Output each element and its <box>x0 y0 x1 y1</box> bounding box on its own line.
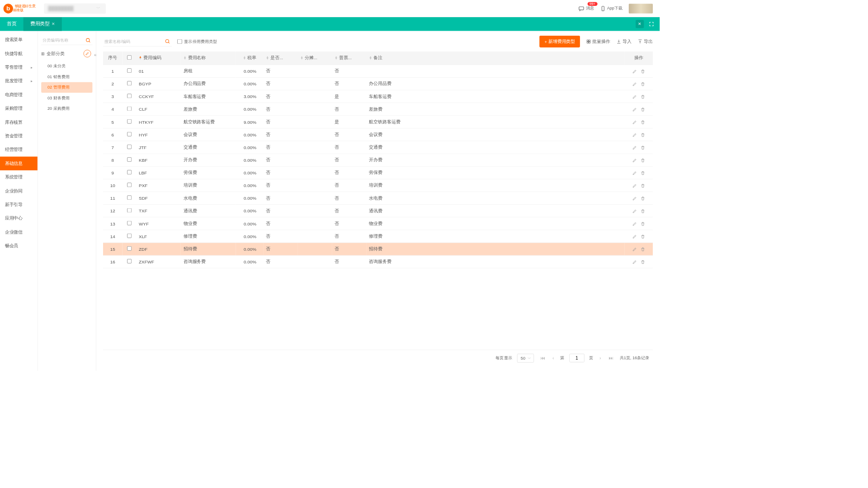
row-checkbox[interactable] <box>127 157 132 162</box>
delete-row-button[interactable] <box>641 107 646 112</box>
col-code[interactable]: ▲▼费用编码 <box>136 52 181 65</box>
table-row[interactable]: 101房租0.00%否否 <box>103 65 653 77</box>
category-item-0[interactable]: 00 未分类 <box>41 61 92 72</box>
delete-row-button[interactable] <box>641 132 646 137</box>
show-disabled-input[interactable] <box>177 39 182 44</box>
avatar[interactable] <box>629 4 653 13</box>
edit-row-button[interactable] <box>632 234 637 239</box>
delete-row-button[interactable] <box>641 196 646 201</box>
edit-row-button[interactable] <box>632 208 637 214</box>
cell-checkbox[interactable] <box>123 128 136 141</box>
first-page-button[interactable]: ⏮ <box>539 355 547 361</box>
cell-checkbox[interactable] <box>123 230 136 243</box>
col-checkbox[interactable] <box>123 52 136 65</box>
cell-checkbox[interactable] <box>123 255 136 268</box>
page-size-select[interactable]: 50 ﹀ <box>517 353 534 362</box>
row-checkbox[interactable] <box>127 221 132 225</box>
delete-row-button[interactable] <box>641 94 646 99</box>
edit-row-button[interactable] <box>632 157 637 163</box>
edit-row-button[interactable] <box>632 68 637 74</box>
edit-row-button[interactable] <box>632 81 637 87</box>
close-icon[interactable]: ✕ <box>52 22 55 27</box>
row-checkbox[interactable] <box>127 119 132 124</box>
row-checkbox[interactable] <box>127 94 132 98</box>
category-item-1[interactable]: 01 销售费用 <box>41 71 92 82</box>
row-checkbox[interactable] <box>127 208 132 213</box>
row-checkbox[interactable] <box>127 170 132 174</box>
table-row[interactable]: 11SDF水电费0.00%否否水电费 <box>103 192 653 204</box>
sidebar-item-5[interactable]: 采购管理 <box>0 102 38 115</box>
col-isx[interactable]: ▲▼是否... <box>263 52 297 65</box>
cell-checkbox[interactable] <box>123 65 136 77</box>
table-row[interactable]: 8KBF开办费0.00%否否开办费 <box>103 154 653 166</box>
delete-row-button[interactable] <box>641 246 646 252</box>
edit-row-button[interactable] <box>632 107 637 112</box>
edit-row-button[interactable] <box>632 94 637 99</box>
cell-checkbox[interactable] <box>123 90 136 103</box>
all-categories-label[interactable]: 全部分类 <box>47 51 65 57</box>
edit-categories-button[interactable] <box>84 50 91 57</box>
cell-checkbox[interactable] <box>123 192 136 204</box>
search-icon[interactable] <box>165 38 170 45</box>
import-button[interactable]: 导入 <box>616 38 631 45</box>
table-row[interactable]: 4CLF差旅费0.00%否否差旅费 <box>103 103 653 116</box>
table-row[interactable]: 3CCKYF车船客运费3.00%否是车船客运费 <box>103 90 653 103</box>
cell-checkbox[interactable] <box>123 166 136 179</box>
delete-row-button[interactable] <box>641 145 646 150</box>
col-allot[interactable]: ▲▼分摊... <box>297 52 332 65</box>
category-item-4[interactable]: 20 采购费用 <box>41 103 92 114</box>
sidebar-item-12[interactable]: 新手引导 <box>0 198 38 211</box>
delete-row-button[interactable] <box>641 234 646 239</box>
cell-checkbox[interactable] <box>123 217 136 230</box>
edit-row-button[interactable] <box>632 196 637 201</box>
table-row[interactable]: 15ZDF招待费0.00%否否招待费 <box>103 243 653 255</box>
cell-checkbox[interactable] <box>123 205 136 217</box>
sidebar-item-3[interactable]: 批发管理▸ <box>0 74 38 88</box>
select-all-checkbox[interactable] <box>127 55 132 60</box>
col-seq[interactable]: 序号 <box>103 52 123 65</box>
tab-home[interactable]: 首页 <box>0 17 24 31</box>
row-checkbox[interactable] <box>127 195 132 200</box>
search-input[interactable] <box>103 37 172 47</box>
row-checkbox[interactable] <box>127 81 132 85</box>
org-selector[interactable]: ████████ ﹀ <box>44 3 106 14</box>
messages-button[interactable]: 消息 99+ <box>578 5 594 12</box>
sidebar-item-11[interactable]: 企业协同 <box>0 184 38 197</box>
sidebar-item-2[interactable]: 零售管理▸ <box>0 61 38 74</box>
edit-row-button[interactable] <box>632 132 637 137</box>
table-row[interactable]: 2BGYP办公用品费0.00%否否办公用品费 <box>103 77 653 90</box>
row-checkbox[interactable] <box>127 246 132 251</box>
table-row[interactable]: 6HYF会议费0.00%否否会议费 <box>103 128 653 141</box>
table-row[interactable]: 10PXF培训费0.00%否否培训费 <box>103 179 653 192</box>
page-input[interactable] <box>569 354 584 362</box>
table-row[interactable]: 9LBF劳保费0.00%否否劳保费 <box>103 166 653 179</box>
delete-row-button[interactable] <box>641 81 646 87</box>
delete-row-button[interactable] <box>641 157 646 163</box>
edit-row-button[interactable] <box>632 145 637 150</box>
sidebar-item-13[interactable]: 应用中心 <box>0 211 38 225</box>
cell-checkbox[interactable] <box>123 243 136 255</box>
collapse-panel-button[interactable]: « <box>94 52 97 58</box>
row-checkbox[interactable] <box>127 145 132 149</box>
delete-row-button[interactable] <box>641 119 646 125</box>
sidebar-item-14[interactable]: 企业微信 <box>0 225 38 239</box>
close-all-tabs-button[interactable]: ✕ <box>636 20 644 28</box>
delete-row-button[interactable] <box>641 208 646 214</box>
table-row[interactable]: 16ZXFWF咨询服务费0.00%否否咨询服务费 <box>103 255 653 268</box>
delete-row-button[interactable] <box>641 259 646 264</box>
delete-row-button[interactable] <box>641 183 646 188</box>
cell-checkbox[interactable] <box>123 77 136 90</box>
category-item-3[interactable]: 03 财务费用 <box>41 93 92 103</box>
cell-checkbox[interactable] <box>123 116 136 128</box>
table-row[interactable]: 5HTKYF航空铁路客运费9.00%否是航空铁路客运费 <box>103 116 653 128</box>
edit-row-button[interactable] <box>632 119 637 125</box>
category-search-input[interactable] <box>41 36 92 45</box>
col-rate[interactable]: ▲▼税率 <box>236 52 263 65</box>
delete-row-button[interactable] <box>641 68 646 74</box>
sidebar-item-15[interactable]: 畅会员 <box>0 239 38 253</box>
col-ticket[interactable]: ▲▼普票... <box>332 52 366 65</box>
sidebar-item-8[interactable]: 经营管理 <box>0 143 38 156</box>
cell-checkbox[interactable] <box>123 154 136 166</box>
add-fee-type-button[interactable]: + 新增费用类型 <box>540 36 580 47</box>
sidebar-item-10[interactable]: 系统管理 <box>0 170 38 184</box>
